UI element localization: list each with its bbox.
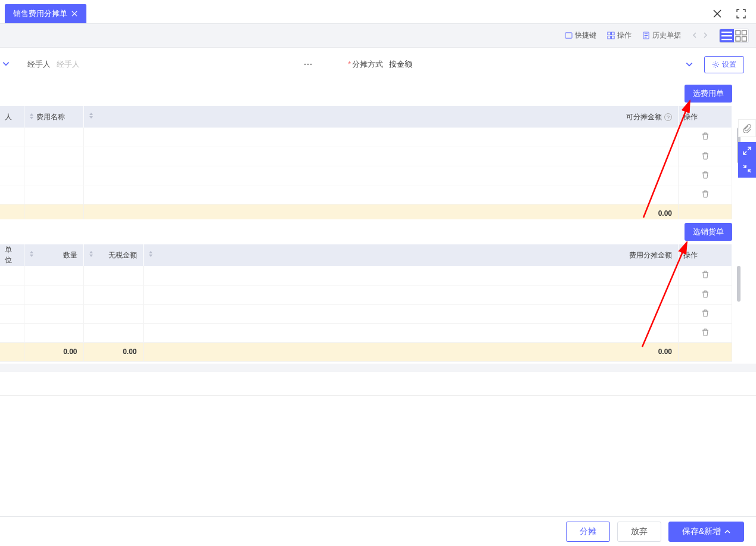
total-qty: 0.00 [24, 342, 83, 361]
view-grid-icon[interactable] [734, 29, 748, 42]
tab-active[interactable]: 销售费用分摊单 [5, 4, 86, 23]
view-toggle [719, 29, 749, 43]
method-select[interactable]: 按金额 [389, 59, 693, 70]
expense-table: 人 费用名称 可分摊金额? 操作 0.00 [0, 106, 732, 219]
operate-label: 操作 [617, 30, 631, 41]
scrollbar[interactable] [737, 266, 741, 302]
col-amount-notax[interactable]: 无税金额 [83, 244, 143, 266]
handler-field-group: 经手人 经手人 [27, 59, 313, 70]
svg-rect-3 [608, 36, 611, 39]
shortcut-link[interactable]: 快捷键 [565, 30, 596, 41]
trash-icon[interactable] [701, 272, 710, 280]
allocate-button[interactable]: 分摊 [566, 522, 610, 542]
ellipsis-icon[interactable] [303, 63, 313, 66]
fullscreen-icon[interactable] [735, 7, 748, 20]
table-row[interactable] [0, 285, 732, 304]
method-field-group: *分摊方式 按金额 [348, 59, 693, 70]
table-row[interactable] [0, 166, 732, 185]
footer: 分摊 放弃 保存&新增 [0, 516, 756, 546]
total-row: 0.00 [0, 204, 732, 219]
col-action: 操作 [679, 106, 732, 128]
col-allocatable[interactable]: 可分摊金额? [83, 106, 679, 128]
table-row[interactable] [0, 323, 732, 342]
col-unit[interactable]: 单位 [0, 244, 24, 266]
total-alloc: 0.00 [143, 342, 679, 361]
sort-icon [29, 113, 34, 121]
sales-table: 单位 数量 无税金额 费用分摊金额 操作 0.00 0.00 0.00 [0, 244, 732, 362]
trash-icon[interactable] [701, 291, 710, 300]
method-value: 按金额 [389, 59, 412, 70]
table-row[interactable] [0, 147, 732, 166]
trash-icon[interactable] [701, 153, 710, 162]
handler-label: 经手人 [27, 59, 51, 70]
select-sales-button[interactable]: 选销货单 [685, 223, 732, 241]
handler-input[interactable]: 经手人 [57, 59, 297, 70]
sort-icon [89, 250, 94, 259]
chevron-up-icon [724, 529, 730, 535]
sort-icon [89, 112, 94, 120]
tab-title: 销售费用分摊单 [13, 8, 67, 19]
settings-label: 设置 [722, 60, 736, 70]
select-expense-button[interactable]: 选费用单 [685, 85, 732, 103]
gear-icon [712, 61, 720, 69]
svg-rect-8 [736, 36, 741, 41]
expand-out-icon[interactable] [738, 142, 756, 160]
svg-rect-7 [742, 30, 747, 35]
discard-button[interactable]: 放弃 [617, 522, 661, 542]
svg-point-12 [310, 64, 312, 66]
settings-button[interactable]: 设置 [704, 56, 744, 73]
close-icon[interactable] [711, 7, 724, 20]
col-expense-name[interactable]: 费用名称 [24, 106, 83, 128]
svg-rect-2 [611, 32, 614, 35]
col-alloc-amount[interactable]: 费用分摊金额 [143, 244, 679, 266]
trash-icon[interactable] [701, 191, 710, 200]
sort-icon [29, 250, 34, 259]
svg-rect-1 [608, 32, 611, 35]
blank-area [0, 372, 756, 396]
divider-strip [0, 364, 756, 372]
left-collapse[interactable] [0, 60, 17, 70]
table-row[interactable] [0, 304, 732, 323]
toolbar: 快捷键 操作 历史单据 [0, 24, 756, 48]
trash-icon[interactable] [701, 330, 710, 338]
total-notax: 0.00 [83, 342, 143, 361]
svg-rect-9 [742, 36, 747, 41]
table-row[interactable] [0, 128, 732, 147]
svg-rect-0 [565, 33, 572, 38]
trash-icon[interactable] [701, 311, 710, 319]
prev-record-icon[interactable] [692, 31, 698, 40]
save-new-label: 保存&新增 [682, 526, 721, 537]
next-record-icon[interactable] [702, 31, 708, 40]
history-link[interactable]: 历史单据 [642, 30, 681, 41]
expense-section: 选费用单 人 费用名称 可分摊金额? 操作 0.00 [0, 81, 756, 219]
save-new-button[interactable]: 保存&新增 [668, 522, 744, 542]
total-allocatable: 0.00 [83, 204, 679, 219]
svg-point-10 [304, 64, 306, 66]
svg-point-11 [307, 64, 309, 66]
info-icon[interactable]: ? [664, 113, 672, 121]
side-ribbon [738, 119, 756, 178]
attachment-icon[interactable] [738, 119, 756, 137]
col-qty[interactable]: 数量 [24, 244, 83, 266]
svg-point-13 [715, 63, 717, 66]
expand-in-icon[interactable] [738, 160, 756, 178]
col-action: 操作 [679, 244, 732, 266]
tab-bar: 销售费用分摊单 [0, 0, 756, 24]
operate-link[interactable]: 操作 [607, 30, 631, 41]
svg-rect-6 [736, 30, 741, 35]
trash-icon[interactable] [701, 134, 710, 142]
sales-section: 选销货单 单位 数量 无税金额 费用分摊金额 操作 0 [0, 219, 756, 364]
method-label: *分摊方式 [348, 59, 383, 70]
sort-icon [148, 250, 153, 259]
tab-close-icon[interactable] [71, 10, 78, 17]
table-row[interactable] [0, 266, 732, 285]
view-list-icon[interactable] [720, 29, 734, 42]
nav-arrows [692, 31, 708, 40]
trash-icon[interactable] [701, 172, 710, 181]
history-label: 历史单据 [652, 30, 681, 41]
table-row[interactable] [0, 185, 732, 204]
total-row: 0.00 0.00 0.00 [0, 342, 732, 361]
form-row: 经手人 经手人 *分摊方式 按金额 设置 [0, 48, 756, 81]
col-unknown[interactable]: 人 [0, 106, 24, 128]
shortcut-label: 快捷键 [575, 30, 596, 41]
